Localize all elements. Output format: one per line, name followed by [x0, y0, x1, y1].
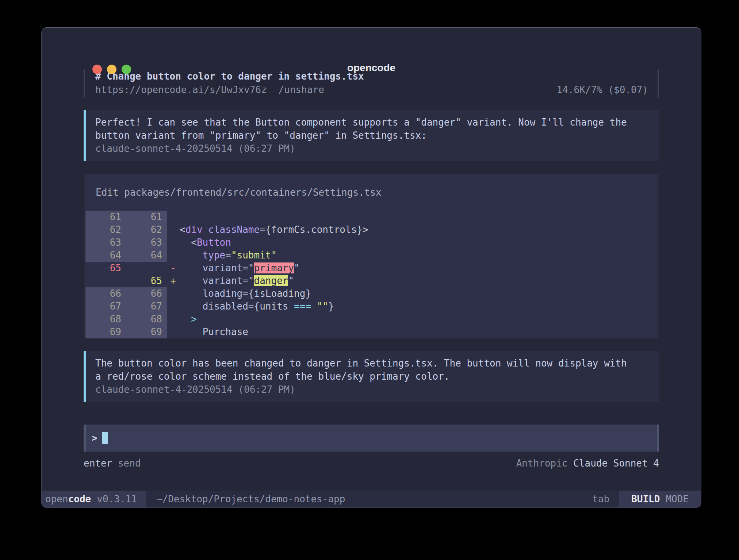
code-diff: 61616262<div className={formCs.controls}…: [85, 211, 657, 338]
old-line-number: [85, 275, 126, 287]
share-url-link[interactable]: https://opencode.ai/s/UwJxv76z: [95, 83, 267, 97]
old-line-number: 62: [85, 223, 126, 236]
diff-code-line: [179, 211, 657, 223]
model-timestamp: claude-sonnet-4-20250514 (06:27 PM): [95, 142, 650, 155]
diff-sign: +: [167, 275, 179, 287]
app-version: v0.3.11: [97, 494, 137, 505]
new-line-number: 63: [126, 236, 167, 249]
message-text-line: Perfect! I can see that the Button compo…: [95, 116, 650, 129]
window-title: opencode: [42, 62, 701, 74]
diff-code-line: <Button: [179, 236, 657, 249]
status-bar: opencode v0.3.11 ~/Desktop/Projects/demo…: [42, 491, 701, 507]
new-line-number: 69: [126, 326, 167, 338]
diff-code-line: <div className={formCs.controls}>: [179, 223, 657, 236]
diff-sign: [167, 211, 179, 223]
diff-code-line: Purchase: [179, 326, 657, 338]
old-line-number: 63: [85, 236, 126, 249]
diff-code-line: variant="primary": [179, 262, 657, 275]
diff-code-line: disabled={units === ""}: [179, 300, 657, 313]
diff-sign: [167, 287, 179, 300]
diff-row: 6363 <Button: [85, 236, 657, 249]
diff-row: 6868 >: [85, 313, 657, 326]
tab-key-hint: tab: [592, 494, 609, 505]
mode-build-label: BUILD: [631, 494, 660, 505]
assistant-message: The button color has been changed to dan…: [84, 351, 659, 402]
model-label: Claude Sonnet 4: [573, 458, 659, 469]
new-line-number: 62: [126, 223, 167, 236]
old-line-number: 61: [85, 211, 126, 223]
diff-code-line: >: [179, 313, 657, 326]
message-text-line: button variant from "primary" to "danger…: [95, 129, 650, 142]
diff-row: 6464 type="submit": [85, 249, 657, 262]
new-line-number: 61: [126, 211, 167, 223]
model-timestamp: claude-sonnet-4-20250514 (06:27 PM): [95, 383, 650, 396]
new-line-number: [126, 262, 167, 275]
prompt-input[interactable]: >: [84, 425, 659, 452]
new-line-number: 68: [126, 313, 167, 326]
token-cost-stats: 14.6K/7% ($0.07): [557, 83, 648, 97]
old-line-number: 69: [85, 326, 126, 338]
mode-mode-label: MODE: [666, 494, 689, 505]
new-line-number: 65: [126, 275, 167, 287]
titlebar: opencode: [42, 28, 701, 69]
unshare-command[interactable]: /unshare: [279, 83, 324, 97]
diff-sign: [167, 313, 179, 326]
model-indicator: Anthropic Claude Sonnet 4: [516, 457, 659, 470]
diff-sign: [167, 223, 179, 236]
mode-toggle[interactable]: BUILD MODE: [619, 491, 701, 507]
edit-tool-block: Edit packages/frontend/src/containers/Se…: [84, 174, 659, 338]
diff-code-line: loading={isLoading}: [179, 287, 657, 300]
provider-label: Anthropic: [516, 458, 568, 469]
diff-row: 65- variant="primary": [85, 262, 657, 275]
new-line-number: 64: [126, 249, 167, 262]
old-line-number: 65: [85, 262, 126, 275]
app-name-code: code: [68, 494, 91, 505]
diff-row: 65+ variant="danger": [85, 275, 657, 287]
send-hint: enter send: [84, 457, 141, 470]
working-directory: ~/Desktop/Projects/demo-notes-app: [157, 494, 345, 505]
diff-sign: [167, 300, 179, 313]
diff-code-line: type="submit": [179, 249, 657, 262]
diff-code-line: variant="danger": [179, 275, 657, 287]
app-name-open: open: [45, 494, 68, 505]
assistant-message: Perfect! I can see that the Button compo…: [84, 110, 659, 161]
send-action-label: send: [118, 458, 141, 469]
edit-tool-title: Edit packages/frontend/src/containers/Se…: [85, 186, 657, 199]
diff-row: 6666 loading={isLoading}: [85, 287, 657, 300]
app-version-chip: opencode v0.3.11: [42, 491, 146, 507]
diff-sign: -: [167, 262, 179, 275]
diff-sign: [167, 236, 179, 249]
old-line-number: 67: [85, 300, 126, 313]
message-text-line: a red/rose color scheme instead of the b…: [95, 370, 650, 383]
old-line-number: 64: [85, 249, 126, 262]
message-text-line: The button color has been changed to dan…: [95, 357, 650, 370]
diff-row: 6767 disabled={units === ""}: [85, 300, 657, 313]
old-line-number: 66: [85, 287, 126, 300]
enter-key-hint: enter: [84, 458, 112, 469]
text-cursor: [102, 432, 108, 444]
diff-sign: [167, 249, 179, 262]
prompt-symbol: >: [92, 433, 97, 444]
diff-row: 6969 Purchase: [85, 326, 657, 338]
old-line-number: 68: [85, 313, 126, 326]
opencode-window: opencode # Change button color to danger…: [41, 27, 701, 508]
diff-sign: [167, 326, 179, 338]
diff-row: 6262<div className={formCs.controls}>: [85, 223, 657, 236]
new-line-number: 67: [126, 300, 167, 313]
new-line-number: 66: [126, 287, 167, 300]
hints-row: enter send Anthropic Claude Sonnet 4: [84, 457, 659, 470]
diff-row: 6161: [85, 211, 657, 223]
